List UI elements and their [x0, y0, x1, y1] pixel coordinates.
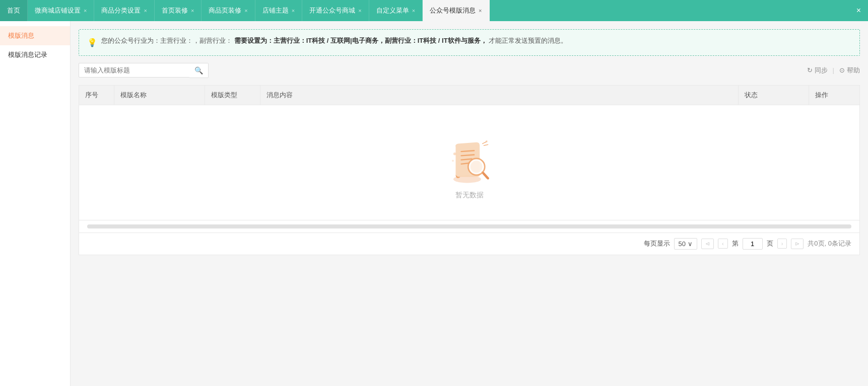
- help-icon: ⊙: [839, 66, 845, 74]
- nav-tab-product-decor-label: 商品页装修: [209, 6, 241, 15]
- divider: |: [833, 66, 834, 74]
- nav-tab-open-mall-close[interactable]: ×: [358, 8, 361, 14]
- sidebar-item-template-msg[interactable]: 模版消息: [0, 26, 70, 45]
- empty-illustration: [442, 135, 497, 191]
- nav-tab-weishop-label: 微商城店铺设置: [35, 6, 81, 15]
- nav-tab-weishop[interactable]: 微商城店铺设置 ×: [28, 0, 94, 21]
- main-content: 💡 您的公众号行业为：主营行业：，副营行业： 需要设置为：主营行业：IT科技 /…: [71, 21, 868, 386]
- top-nav: 首页 微商城店铺设置 × 商品分类设置 × 首页装修 × 商品页装修 × 店铺主…: [0, 0, 868, 21]
- svg-line-11: [482, 141, 486, 143]
- nav-tab-home-decor[interactable]: 首页装修 ×: [155, 0, 202, 21]
- nav-tab-product-decor[interactable]: 商品页装修 ×: [202, 0, 255, 21]
- page-label-after: 页: [767, 239, 773, 248]
- col-index: 序号: [79, 86, 114, 105]
- page-number-input[interactable]: [743, 238, 763, 250]
- nav-tab-custom-menu-close[interactable]: ×: [412, 8, 415, 14]
- search-button[interactable]: 🔍: [189, 63, 209, 78]
- nav-tab-category-close[interactable]: ×: [144, 8, 147, 14]
- empty-state: 暂无数据: [79, 105, 859, 220]
- nav-tab-category-label: 商品分类设置: [101, 6, 141, 15]
- last-page-button[interactable]: ⊳: [791, 239, 804, 249]
- nav-tab-open-mall[interactable]: 开通公众号商城 ×: [302, 0, 369, 21]
- svg-point-9: [453, 152, 456, 156]
- search-input[interactable]: [79, 63, 189, 78]
- nav-tab-custom-menu[interactable]: 自定义菜单 ×: [369, 0, 423, 21]
- svg-point-13: [486, 140, 488, 142]
- nav-tab-custom-menu-label: 自定义菜单: [376, 6, 409, 15]
- col-type: 模版类型: [205, 86, 260, 105]
- table-header: 序号 模版名称 模版类型 消息内容 状态 操作: [79, 86, 859, 105]
- nav-tab-open-mall-label: 开通公众号商城: [309, 6, 355, 15]
- search-area: 🔍: [79, 63, 209, 78]
- sync-icon: ↻: [807, 66, 813, 74]
- notice-box: 💡 您的公众号行业为：主营行业：，副营行业： 需要设置为：主营行业：IT科技 /…: [79, 29, 860, 56]
- notice-text: 您的公众号行业为：主营行业：，副营行业： 需要设置为：主营行业：IT科技 / 互…: [101, 36, 567, 46]
- nav-tab-shop-theme[interactable]: 店铺主题 ×: [255, 0, 302, 21]
- chevron-down-icon: ∨: [688, 240, 693, 248]
- nav-tab-shop-theme-label: 店铺主题: [262, 6, 289, 15]
- nav-tab-home-decor-label: 首页装修: [162, 6, 188, 15]
- first-page-button[interactable]: ⊲: [701, 239, 714, 249]
- toolbar-right: ↻ 同步 | ⊙ 帮助: [807, 66, 860, 75]
- pagination: 每页显示 50 ∨ ⊲ ‹ 第 页 › ⊳ 共0页, 0条记录: [79, 233, 859, 255]
- nav-tab-weishop-close[interactable]: ×: [84, 8, 87, 14]
- svg-line-12: [484, 144, 488, 145]
- sidebar-item-template-msg-log[interactable]: 模版消息记录: [0, 45, 70, 64]
- svg-point-6: [470, 161, 482, 173]
- help-button[interactable]: ⊙ 帮助: [839, 66, 860, 75]
- nav-tab-product-decor-close[interactable]: ×: [244, 8, 247, 14]
- total-info: 共0页, 0条记录: [808, 239, 851, 248]
- col-name: 模版名称: [114, 86, 205, 105]
- main-layout: 模版消息 模版消息记录 💡 您的公众号行业为：主营行业：，副营行业： 需要设置为…: [0, 21, 868, 386]
- data-table: 序号 模版名称 模版类型 消息内容 状态 操作: [79, 85, 860, 255]
- col-content: 消息内容: [260, 86, 739, 105]
- page-size-label: 每页显示: [644, 239, 670, 248]
- toolbar: 🔍 ↻ 同步 | ⊙ 帮助: [79, 63, 860, 78]
- nav-tab-template-msg-label: 公众号模版消息: [430, 6, 476, 15]
- nav-tab-shop-theme-close[interactable]: ×: [292, 8, 295, 14]
- search-icon: 🔍: [194, 66, 203, 74]
- sidebar: 模版消息 模版消息记录: [0, 21, 71, 386]
- nav-tab-home[interactable]: 首页: [0, 0, 28, 21]
- nav-tab-category[interactable]: 商品分类设置 ×: [94, 0, 154, 21]
- next-page-button[interactable]: ›: [777, 239, 787, 249]
- page-size-select[interactable]: 50 ∨: [674, 238, 697, 250]
- horizontal-scrollbar[interactable]: [87, 224, 851, 228]
- nav-tab-home-decor-close[interactable]: ×: [191, 8, 194, 14]
- col-status: 状态: [739, 86, 809, 105]
- page-label-before: 第: [732, 239, 739, 248]
- empty-text: 暂无数据: [455, 191, 484, 200]
- nav-tab-home-label: 首页: [7, 6, 20, 15]
- nav-tab-template-msg[interactable]: 公众号模版消息 ×: [423, 0, 489, 21]
- notice-icon: 💡: [87, 36, 97, 49]
- svg-point-10: [452, 160, 454, 162]
- nav-tab-template-msg-close[interactable]: ×: [479, 8, 482, 14]
- close-all-tabs-button[interactable]: ×: [856, 6, 861, 15]
- sync-button[interactable]: ↻ 同步: [807, 66, 828, 75]
- prev-page-button[interactable]: ‹: [718, 239, 728, 249]
- col-action: 操作: [809, 86, 859, 105]
